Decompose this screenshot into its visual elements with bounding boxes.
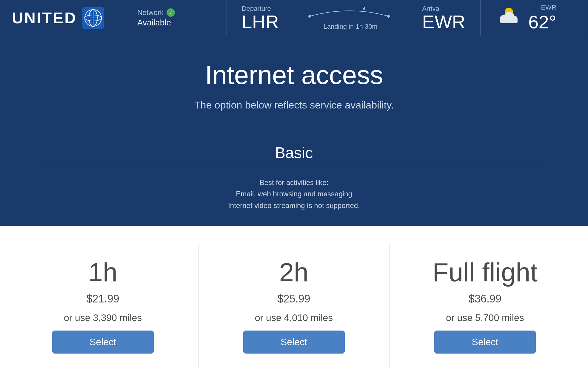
pricing-section: 1h $21.99 or use 3,390 miles Select 2h $… [0, 226, 588, 370]
arrival-info: Arrival EWR [422, 5, 465, 31]
plan-price-2: $36.99 [469, 293, 501, 305]
pricing-card-2: Full flight $36.99 or use 5,700 miles Se… [390, 244, 581, 369]
weather-details: EWR 62° [528, 4, 556, 33]
logo-area: UNITED [0, 0, 125, 36]
plan-price-1: $25.99 [277, 293, 310, 305]
header: UNITED Network ✓ Available Departure LHR [0, 0, 588, 36]
weather-city: EWR [528, 4, 556, 11]
pricing-card-0: 1h $21.99 or use 3,390 miles Select [7, 244, 198, 369]
weather-temp: 62° [528, 11, 556, 33]
flight-arc-icon [300, 5, 401, 20]
network-status-text: Available [137, 18, 215, 27]
select-button-1[interactable]: Select [243, 331, 345, 354]
weather-icon [495, 5, 519, 30]
svg-point-6 [308, 15, 311, 18]
plan-miles-2: or use 5,700 miles [446, 312, 524, 323]
plan-title: Basic [12, 144, 576, 162]
network-label-text: Network [137, 8, 164, 17]
departure-code: LHR [242, 13, 279, 31]
plan-duration-2: Full flight [432, 259, 538, 285]
plan-duration-1: 2h [279, 259, 309, 285]
plan-miles-0: or use 3,390 miles [64, 312, 142, 323]
landing-info: Landing in 1h 30m [324, 23, 378, 30]
select-button-0[interactable]: Select [52, 331, 154, 354]
network-label: Network ✓ [137, 8, 215, 17]
hero-title: Internet access [12, 60, 576, 90]
network-check-icon: ✓ [167, 8, 175, 17]
svg-marker-8 [363, 6, 366, 10]
plan-description: Best for activities like: Email, web bro… [12, 177, 576, 226]
flight-info: Departure LHR Landing in 1h 30m Arrival … [227, 0, 481, 36]
plan-duration-0: 1h [88, 259, 118, 285]
network-status-area: Network ✓ Available [125, 0, 227, 36]
plan-desc-line1: Best for activities like: [12, 177, 576, 188]
plan-desc-line2: Email, web browsing and messaging [12, 188, 576, 200]
plan-price-0: $21.99 [86, 293, 119, 305]
flight-route: Landing in 1h 30m [288, 5, 413, 30]
pricing-card-1: 2h $25.99 or use 4,010 miles Select [198, 244, 390, 369]
hero-section: Internet access The option below reflect… [0, 36, 588, 129]
plan-divider [40, 168, 548, 168]
logo-text: UNITED [12, 9, 77, 27]
weather-area: EWR 62° [481, 0, 588, 36]
svg-point-7 [387, 15, 390, 18]
plan-desc-line3: Internet video streaming is not supporte… [12, 200, 576, 211]
plan-section: Basic Best for activities like: Email, w… [0, 129, 588, 226]
svg-rect-14 [500, 19, 518, 23]
hero-subtitle: The option below reflects service availa… [12, 99, 576, 111]
logo-globe-icon [82, 7, 104, 29]
select-button-2[interactable]: Select [434, 331, 536, 354]
arrival-code: EWR [422, 13, 465, 31]
plan-miles-1: or use 4,010 miles [255, 312, 333, 323]
departure-info: Departure LHR [242, 5, 279, 31]
